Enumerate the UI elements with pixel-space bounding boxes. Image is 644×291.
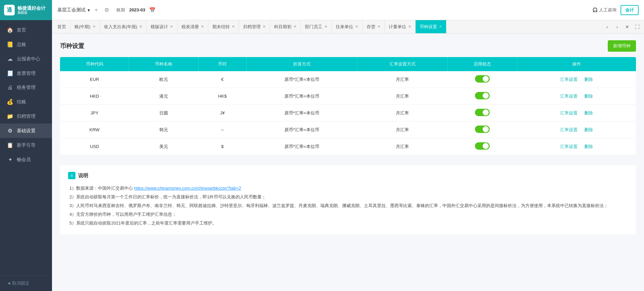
tab-close-inventory[interactable]: ✕ — [377, 25, 380, 29]
col-symbol: 币符 — [198, 57, 247, 71]
tab-currency[interactable]: 币种设置 ✕ — [416, 20, 446, 34]
calendar-icon[interactable]: 📅 — [149, 7, 156, 13]
delete-link-3[interactable]: 删除 — [584, 127, 593, 132]
tab-taxlist[interactable]: 税表清册 ✕ — [177, 20, 208, 34]
company-selector[interactable]: 基层工会测试 ▾ — [57, 7, 90, 13]
period-label: 账期 — [116, 7, 125, 13]
external-link[interactable]: https://www.chinamoney.com.cn/chinese/bk… — [134, 186, 241, 191]
tab-close-income[interactable]: ✕ — [139, 25, 142, 29]
rate-settings-link-0[interactable]: 汇率设置 — [560, 77, 578, 82]
guide-icon: 📋 — [7, 142, 13, 148]
notes-section: ≡ 说明 1）数据来源：中国外汇交易中心 https://www.chinamo… — [60, 165, 636, 234]
invoice-icon: 🧾 — [7, 70, 13, 77]
rate-settings-link-4[interactable]: 汇率设置 — [560, 144, 578, 149]
tab-inventory[interactable]: 存货 ✕ — [363, 20, 385, 34]
kuaiji-button[interactable]: 会计 — [621, 5, 639, 15]
cell-symbol-0: € — [198, 71, 247, 88]
table-row: EUR 欧元 € 原币*汇率=本位币 月汇率 汇率设置 删除 — [60, 71, 636, 88]
col-code: 币种代码 — [60, 57, 129, 71]
sidebar-item-home[interactable]: 🏠 首页 — [0, 23, 52, 37]
tab-close-all-button[interactable]: ✕ — [623, 23, 631, 31]
tab-close-template[interactable]: ✕ — [170, 25, 173, 29]
enabled-toggle-0[interactable] — [475, 75, 490, 83]
enabled-toggle-2[interactable] — [475, 109, 490, 116]
col-name: 币种名称 — [129, 57, 199, 71]
sidebar-item-settle[interactable]: 💰 结账 — [0, 95, 52, 109]
rate-settings-link-1[interactable]: 汇率设置 — [560, 94, 578, 99]
tab-subject[interactable]: 科目期初 ✕ — [270, 20, 301, 34]
table-body: EUR 欧元 € 原币*汇率=本位币 月汇率 汇率设置 删除 HKD 港元 HK… — [60, 71, 636, 155]
cloud-icon: ☁ — [7, 56, 13, 62]
cell-toggle-4[interactable] — [448, 138, 517, 155]
tab-prev-button[interactable]: ‹ — [603, 23, 611, 31]
tab-period-end[interactable]: 期末结转 ✕ — [208, 20, 239, 34]
tab-close-period-end[interactable]: ✕ — [232, 25, 235, 29]
tab-partner[interactable]: 往来单位 ✕ — [332, 20, 363, 34]
cell-rate-type-4: 月汇率 — [357, 138, 448, 155]
enabled-toggle-3[interactable] — [475, 126, 490, 133]
tab-next-button[interactable]: › — [613, 23, 621, 31]
add-tab-button[interactable]: + — [93, 7, 100, 13]
cell-calc-2: 原币*汇率=本位币 — [247, 105, 357, 122]
delete-link-2[interactable]: 删除 — [584, 110, 593, 115]
tab-close-subject[interactable]: ✕ — [293, 25, 297, 29]
tab-close-currency[interactable]: ✕ — [439, 25, 442, 29]
rate-settings-link-3[interactable]: 汇率设置 — [560, 127, 578, 132]
new-currency-button[interactable]: 新增币种 — [608, 40, 636, 52]
enabled-toggle-1[interactable] — [475, 92, 490, 99]
tab-income[interactable]: 收入支出表(年报) ✕ — [100, 20, 147, 34]
tab-close-dept[interactable]: ✕ — [324, 25, 327, 29]
cell-toggle-3[interactable] — [448, 122, 517, 138]
note-item: 1）数据来源：中国外汇交易中心 https://www.chinamoney.c… — [68, 184, 628, 193]
logo-text: 畅捷通好会计 旗舰版 — [17, 5, 46, 15]
settings-gear-icon[interactable]: ⚙ — [102, 7, 111, 13]
app-version: 旗舰版 — [17, 11, 46, 15]
cell-name-3: 韩元 — [129, 122, 199, 138]
sidebar-pin-toggle[interactable]: ◄ 取消固定 — [0, 275, 52, 291]
delete-link-1[interactable]: 删除 — [584, 94, 593, 99]
delete-link-0[interactable]: 删除 — [584, 77, 593, 82]
tab-template[interactable]: 模版设计 ✕ — [147, 20, 177, 34]
sidebar-item-label: 新手引导 — [17, 142, 36, 148]
notes-title: ≡ 说明 — [68, 172, 628, 179]
delete-link-4[interactable]: 删除 — [584, 144, 593, 149]
enabled-toggle-4[interactable] — [475, 142, 490, 150]
cell-toggle-1[interactable] — [448, 88, 517, 105]
sidebar-item-tax[interactable]: 🖨 税务管理 — [0, 81, 52, 95]
note-item: 2）系统自动获取每月第一个工作日的汇率标价，统一为直接标价法，即1外币可以兑换的… — [68, 193, 628, 201]
cell-actions-3: 汇率设置 删除 — [517, 122, 636, 138]
cell-name-4: 美元 — [129, 138, 199, 155]
tab-close-archive[interactable]: ✕ — [263, 25, 266, 29]
tab-dept[interactable]: 部门员工 ✕ — [301, 20, 332, 34]
cell-rate-type-3: 月汇率 — [357, 122, 448, 138]
tab-close-unit[interactable]: ✕ — [408, 25, 411, 29]
app-logo: 通 畅捷通好会计 旗舰版 — [0, 0, 52, 20]
tab-unit[interactable]: 计量单位 ✕ — [385, 20, 416, 34]
sidebar-item-guide[interactable]: 📋 新手引导 — [0, 138, 52, 152]
rate-settings-link-2[interactable]: 汇率设置 — [560, 110, 578, 115]
note-item: 4）无官方牌价的币种，可以用用户手工维护汇率信息； — [68, 210, 628, 219]
cell-toggle-0[interactable] — [448, 71, 517, 88]
service-button[interactable]: 🎧 人工咨询 — [592, 7, 616, 13]
page-header: 币种设置 新增币种 — [60, 40, 636, 52]
tab-home[interactable]: 首页 — [53, 20, 70, 34]
tab-period[interactable]: 账(中期) ✕ — [70, 20, 100, 34]
sidebar: 通 畅捷通好会计 旗舰版 🏠 首页 📒 总账 ☁ 云报表中心 🧾 发票管理 🖨 … — [0, 0, 52, 291]
table-row: HKD 港元 HK$ 原币*汇率=本位币 月汇率 汇率设置 删除 — [60, 88, 636, 105]
cell-calc-1: 原币*汇率=本位币 — [247, 88, 357, 105]
tab-close-partner[interactable]: ✕ — [355, 25, 358, 29]
sidebar-item-reports[interactable]: ☁ 云报表中心 — [0, 52, 52, 66]
tab-close-taxlist[interactable]: ✕ — [201, 25, 204, 29]
cell-toggle-2[interactable] — [448, 105, 517, 122]
sidebar-item-settings[interactable]: ⚙ 基础设置 — [0, 124, 52, 138]
tab-close-period[interactable]: ✕ — [93, 25, 96, 29]
sidebar-item-archive[interactable]: 📁 归档管理 — [0, 109, 52, 124]
sidebar-item-label: 首页 — [17, 27, 26, 33]
tab-fullscreen-button[interactable]: ⛶ — [633, 23, 641, 31]
cell-rate-type-0: 月汇率 — [357, 71, 448, 88]
sidebar-item-invoice[interactable]: 🧾 发票管理 — [0, 66, 52, 81]
sidebar-item-ledger[interactable]: 📒 总账 — [0, 37, 52, 52]
currency-table: 币种代码 币种名称 币符 折算方式 汇率设置方式 启用状态 操作 EUR 欧元 … — [60, 57, 636, 155]
tab-archive[interactable]: 归档管理 ✕ — [239, 20, 270, 34]
sidebar-item-member[interactable]: ✦ 畅会员 — [0, 152, 52, 167]
